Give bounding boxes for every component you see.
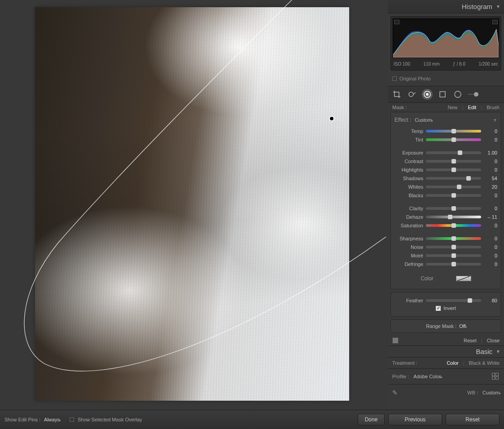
color-swatch[interactable] (456, 276, 471, 281)
treatment-label: Treatment : (392, 360, 442, 366)
meta-focal: 110 mm (423, 62, 439, 66)
basic-title: Basic (476, 348, 492, 355)
show-mask-overlay-checkbox[interactable] (70, 417, 74, 422)
slider-value-saturation: 0 (484, 223, 497, 228)
slider-label-temp: Temp (394, 128, 423, 134)
canvas-area[interactable] (0, 0, 388, 410)
slider-value-temp: 0 (484, 128, 497, 134)
slider-clarity[interactable] (426, 207, 481, 210)
slider-value-blacks: 0 (484, 193, 497, 198)
adjustment-brush-icon[interactable] (468, 89, 478, 100)
wb-dropdown[interactable]: Custom (482, 390, 500, 395)
mask-brush[interactable]: Brush (486, 105, 500, 110)
crop-tool-icon[interactable] (391, 89, 402, 100)
effect-preset-dropdown[interactable]: Custom (415, 117, 432, 123)
slider-label-saturation: Saturation (394, 223, 423, 228)
meta-iso: ISO 100 (394, 62, 410, 66)
feather-slider[interactable] (426, 299, 481, 302)
slider-value-contrast: 0 (484, 159, 497, 164)
effect-panel: Effect : Custom ▼ Temp0Tint0 Exposure1.0… (390, 112, 501, 289)
meta-aperture: ƒ / 8.0 (453, 62, 465, 66)
slider-label-tint: Tint (394, 137, 423, 142)
slider-shadows[interactable] (426, 177, 481, 180)
range-mask-label: Range Mask : (426, 323, 456, 329)
slider-blacks[interactable] (426, 194, 481, 197)
slider-value-defringe: 0 (484, 261, 497, 267)
slider-value-highlights: 0 (484, 167, 497, 172)
histogram-panel: ISO 100 110 mm ƒ / 8.0 1/200 sec (390, 16, 501, 71)
slider-value-shadows: 54 (484, 176, 497, 181)
photo-preview[interactable] (35, 7, 349, 401)
profile-label: Profile : (392, 374, 409, 379)
meta-shutter: 1/200 sec (479, 62, 498, 66)
slider-value-noise: 0 (484, 244, 497, 250)
chevron-down-icon: ▼ (496, 349, 500, 354)
highlight-clipping-indicator[interactable] (492, 20, 498, 24)
slider-value-exposure: 1.00 (484, 150, 497, 155)
slider-saturation[interactable] (426, 224, 481, 227)
previous-button[interactable]: Previous (388, 414, 442, 425)
slider-defringe[interactable] (426, 263, 481, 265)
slider-label-moiré: Moiré (394, 253, 423, 258)
slider-tint[interactable] (426, 138, 481, 141)
profile-browser-icon[interactable] (491, 372, 500, 380)
slider-label-clarity: Clarity (394, 206, 423, 211)
slider-contrast[interactable] (426, 160, 481, 163)
spot-removal-icon[interactable] (407, 89, 417, 100)
done-button[interactable]: Done (358, 414, 385, 425)
bottom-toolbar: Show Edit Pins : Always Show Selected Ma… (0, 410, 504, 429)
slider-value-dehaze: – 11 (484, 214, 497, 220)
show-edit-pins-label: Show Edit Pins : (4, 417, 40, 422)
slider-label-highlights: Highlights (394, 167, 423, 172)
svg-point-4 (455, 91, 461, 97)
chevron-down-icon: ▼ (496, 4, 500, 9)
right-panel: Histogram ▼ ISO 100 110 mm ƒ / 8.0 1/200… (388, 0, 504, 410)
wb-eyedropper-icon[interactable]: ✎ (392, 389, 398, 396)
reset-button[interactable]: Reset (446, 414, 500, 425)
slider-label-defringe: Defringe (394, 261, 423, 267)
histogram-title: Histogram (462, 3, 492, 10)
slider-label-shadows: Shadows (394, 176, 423, 181)
pin-toggle[interactable] (392, 337, 399, 344)
svg-point-0 (409, 92, 413, 97)
invert-label: Invert (443, 305, 456, 311)
profile-dropdown[interactable]: Adobe Color (413, 374, 441, 379)
slider-exposure[interactable] (426, 151, 481, 154)
slider-dehaze[interactable] (426, 216, 481, 218)
color-label: Color (421, 275, 434, 282)
range-mask-dropdown[interactable]: Off (459, 323, 465, 329)
radial-filter-icon[interactable] (452, 89, 463, 100)
basic-header[interactable]: Basic ▼ (388, 345, 504, 357)
invert-checkbox[interactable]: ✓ (436, 306, 441, 311)
effect-disclosure-icon[interactable]: ▼ (493, 118, 497, 123)
original-photo-label: Original Photo (399, 76, 431, 81)
slider-highlights[interactable] (426, 168, 481, 171)
svg-rect-3 (440, 92, 445, 97)
radial-filter-pin[interactable] (329, 116, 334, 121)
original-photo-checkbox[interactable] (392, 76, 397, 81)
graduated-filter-icon[interactable] (437, 89, 448, 100)
histogram-graph[interactable] (393, 18, 499, 58)
slider-temp[interactable] (426, 130, 481, 133)
histogram-svg (393, 19, 499, 57)
slider-label-dehaze: Dehaze (394, 214, 423, 220)
slider-sharpness[interactable] (426, 237, 481, 240)
slider-label-exposure: Exposure (394, 150, 423, 155)
shadow-clipping-indicator[interactable] (394, 20, 399, 24)
mask-new[interactable]: New (448, 105, 458, 110)
panel-reset[interactable]: Reset (464, 338, 477, 343)
treatment-color[interactable]: Color (447, 360, 458, 366)
histogram-header[interactable]: Histogram ▼ (388, 0, 504, 13)
slider-whites[interactable] (426, 186, 481, 188)
slider-moiré[interactable] (426, 254, 481, 257)
panel-close[interactable]: Close (487, 338, 500, 343)
show-edit-pins-dropdown[interactable]: Always (44, 417, 60, 422)
wb-label: WB : (467, 390, 478, 395)
mask-edit[interactable]: Edit (468, 105, 476, 110)
slider-label-contrast: Contrast (394, 159, 423, 164)
slider-noise[interactable] (426, 246, 481, 248)
treatment-bw[interactable]: Black & White (469, 360, 500, 366)
feather-panel: Feather 80 ✓ Invert (390, 292, 501, 317)
range-mask-panel: Range Mask : Off (390, 319, 501, 333)
red-eye-tool-icon[interactable] (422, 89, 433, 100)
